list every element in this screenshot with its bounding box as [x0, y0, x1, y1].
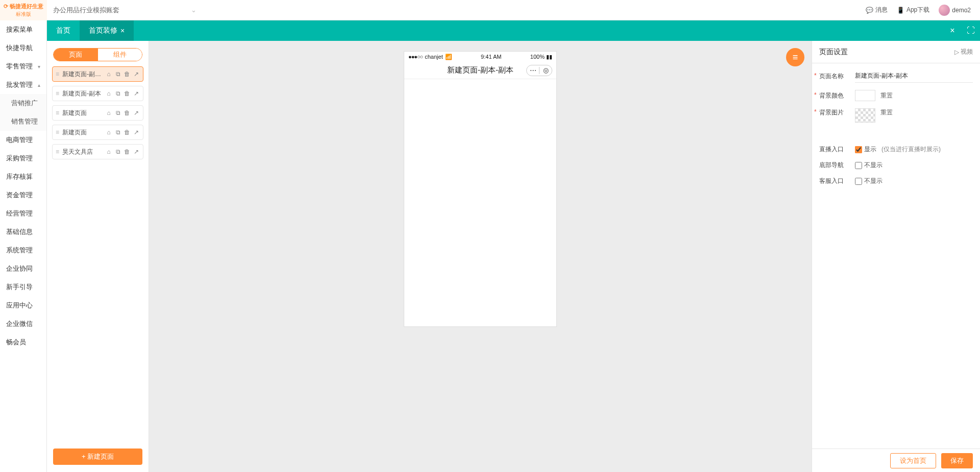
page-row[interactable]: ≡新建页面-副本…⌂⧉🗑↗	[52, 66, 143, 82]
bottom-nav-checkbox[interactable]: 不显示	[855, 161, 883, 170]
copy-icon[interactable]: ⧉	[114, 129, 121, 136]
page-row[interactable]: ≡昊天文具店⌂⧉🗑↗	[52, 144, 143, 159]
sidebar-item[interactable]: 畅会员	[0, 333, 46, 351]
home-icon[interactable]: ⌂	[105, 90, 112, 97]
new-page-button[interactable]: + 新建页面	[53, 449, 142, 465]
sidebar-item[interactable]: 采购管理	[0, 149, 46, 168]
label-bg-image: 背景图片	[819, 108, 850, 117]
home-icon[interactable]: ⌂	[105, 70, 112, 78]
phone-navbar: 新建页面-副本-副本 ⋯ ◎	[404, 62, 556, 79]
status-time: 9:41 AM	[481, 54, 501, 60]
copy-icon[interactable]: ⧉	[114, 109, 121, 116]
label-cs: 客服入口	[819, 177, 850, 185]
chevron-down-icon: ⌄	[191, 6, 197, 14]
bg-color-swatch[interactable]	[855, 90, 875, 101]
set-home-button[interactable]: 设为首页	[890, 453, 936, 468]
copy-icon[interactable]: ⧉	[114, 148, 121, 155]
reset-bg-image[interactable]: 重置	[880, 108, 893, 117]
brand-edition: 标准版	[16, 11, 31, 18]
home-icon[interactable]: ⌂	[105, 148, 112, 155]
tab-decor[interactable]: 首页装修×	[80, 20, 134, 41]
copy-icon[interactable]: ⧉	[114, 70, 121, 78]
sidebar-item[interactable]: 零售管理▾	[0, 57, 46, 76]
sidebar-item[interactable]: 销售管理	[0, 112, 46, 131]
delete-icon[interactable]: 🗑	[124, 70, 131, 78]
video-link[interactable]: ▷视频	[954, 48, 973, 56]
page-row[interactable]: ≡新建页面⌂⧉🗑↗	[52, 105, 143, 121]
sidebar-item[interactable]: 基础信息	[0, 223, 46, 241]
bg-image-picker[interactable]	[855, 108, 875, 123]
copy-icon[interactable]: ⧉	[114, 90, 121, 97]
drag-icon: ≡	[56, 90, 59, 97]
settings-panel: 页面设置 ▷视频 页面名称 背景颜色 重置 背景图片	[812, 41, 980, 472]
home-icon[interactable]: ⌂	[105, 109, 112, 116]
tab-home[interactable]: 首页	[47, 20, 80, 41]
settings-title: 页面设置	[819, 48, 848, 57]
live-checkbox[interactable]: 显示	[855, 145, 876, 154]
capsule-button[interactable]: ⋯ ◎	[526, 65, 552, 76]
sidebar-item[interactable]: 批发管理▴	[0, 76, 46, 94]
drag-icon: ≡	[56, 129, 59, 136]
page-row[interactable]: ≡新建页面-副本⌂⧉🗑↗	[52, 86, 143, 101]
seg-component[interactable]: 组件	[98, 49, 142, 61]
sidebar-item[interactable]: 经营管理	[0, 204, 46, 223]
sidebar-item[interactable]: 应用中心	[0, 296, 46, 315]
tenant-selector[interactable]: 办公用品行业模拟账套⌄	[53, 6, 197, 15]
reset-bg-color[interactable]: 重置	[880, 91, 893, 100]
share-icon[interactable]: ↗	[133, 90, 140, 97]
tab-bar: 首页 首页装修× × ⛶	[47, 20, 980, 41]
share-icon[interactable]: ↗	[133, 148, 140, 155]
chat-icon: 💬	[866, 7, 873, 14]
sidebar: 搜索菜单快捷导航零售管理▾批发管理▴营销推广销售管理电商管理采购管理库存核算资金…	[0, 20, 47, 472]
close-all-button[interactable]: ×	[943, 20, 962, 41]
sidebar-item[interactable]: 营销推广	[0, 94, 46, 112]
phone-preview: ●●●○○chanjet📶 9:41 AM 100%▮▮ 新建页面-副本-副本 …	[404, 51, 557, 327]
sidebar-item[interactable]: 库存核算	[0, 168, 46, 186]
sidebar-item[interactable]: 企业微信	[0, 315, 46, 333]
delete-icon[interactable]: 🗑	[124, 90, 131, 97]
brand-name: ⟳ 畅捷通好生意	[4, 3, 43, 10]
app-download-link[interactable]: 📱App下载	[897, 6, 929, 14]
more-icon: ⋯	[527, 66, 539, 74]
user-menu[interactable]: demo2	[939, 5, 971, 16]
save-button[interactable]: 保存	[941, 453, 973, 468]
delete-icon[interactable]: 🗑	[124, 129, 131, 136]
status-bar: ●●●○○chanjet📶 9:41 AM 100%▮▮	[404, 52, 556, 62]
share-icon[interactable]: ↗	[133, 109, 140, 116]
page-name-input[interactable]	[855, 69, 973, 83]
page-row[interactable]: ≡新建页面⌂⧉🗑↗	[52, 125, 143, 140]
signal-icon: ●●●○○	[408, 54, 423, 60]
sidebar-item[interactable]: 系统管理	[0, 241, 46, 259]
wifi-icon: 📶	[445, 54, 452, 60]
segment-control: 页面 组件	[53, 48, 142, 61]
sidebar-item[interactable]: 新手引导	[0, 278, 46, 296]
avatar	[939, 5, 950, 16]
battery-icon: ▮▮	[546, 54, 552, 60]
target-icon: ◎	[540, 66, 552, 74]
share-icon[interactable]: ↗	[133, 129, 140, 136]
share-icon[interactable]: ↗	[133, 70, 140, 78]
fullscreen-button[interactable]: ⛶	[962, 20, 980, 41]
label-bg-color: 背景颜色	[819, 91, 850, 100]
delete-icon[interactable]: 🗑	[124, 109, 131, 116]
page-list-panel: 页面 组件 ≡新建页面-副本…⌂⧉🗑↗≡新建页面-副本⌂⧉🗑↗≡新建页面⌂⧉🗑↗…	[47, 41, 149, 472]
label-live: 直播入口	[819, 145, 850, 154]
menu-fab[interactable]: ≡	[786, 48, 804, 66]
close-icon[interactable]: ×	[120, 27, 125, 35]
sidebar-item[interactable]: 资金管理	[0, 186, 46, 204]
home-icon[interactable]: ⌂	[105, 129, 112, 136]
sidebar-item[interactable]: 搜索菜单	[0, 20, 46, 39]
cs-checkbox[interactable]: 不显示	[855, 177, 883, 185]
seg-page[interactable]: 页面	[54, 49, 98, 61]
label-page-name: 页面名称	[819, 72, 850, 81]
sidebar-item[interactable]: 电商管理	[0, 131, 46, 149]
label-bottom-nav: 底部导航	[819, 161, 850, 170]
delete-icon[interactable]: 🗑	[124, 148, 131, 155]
messages-link[interactable]: 💬消息	[866, 6, 888, 14]
topbar: ⟳ 畅捷通好生意 标准版 办公用品行业模拟账套⌄ 💬消息 📱App下载 demo…	[0, 0, 980, 20]
sidebar-item[interactable]: 快捷导航	[0, 39, 46, 57]
sidebar-item[interactable]: 企业协同	[0, 259, 46, 278]
drag-icon: ≡	[56, 109, 59, 116]
phone-icon: 📱	[897, 7, 904, 14]
brand: ⟳ 畅捷通好生意 标准版	[0, 0, 47, 20]
